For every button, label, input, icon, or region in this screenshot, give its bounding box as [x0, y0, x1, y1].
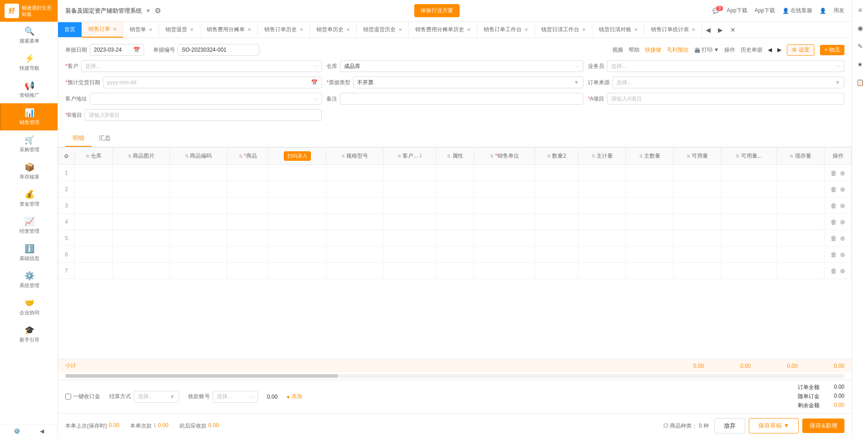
row-5-available[interactable] — [674, 230, 721, 246]
col-header-settings[interactable]: ⚙ — [58, 148, 75, 165]
row-4-delete-icon[interactable]: 🗑 — [830, 218, 837, 226]
row-1-delete-icon[interactable]: 🗑 — [830, 169, 837, 177]
sidebar-settings-icon[interactable]: ⚙️ — [14, 428, 20, 434]
sort-main-unit[interactable]: ⇅ — [592, 154, 595, 159]
customer-code-info-icon[interactable]: ℹ — [420, 153, 422, 159]
tab-close-stats[interactable]: ✕ — [692, 27, 695, 32]
address-dots[interactable]: ··· — [313, 96, 318, 102]
a-project-input[interactable]: 请输入A项目 — [607, 93, 844, 105]
table-view-icon[interactable]: ◀ — [768, 47, 772, 53]
tab-close-return[interactable]: ✕ — [190, 27, 194, 32]
sort-product-code[interactable]: ⇅ — [185, 154, 189, 159]
row-4-main-qty[interactable] — [626, 214, 674, 230]
row-2-product-name[interactable] — [227, 181, 268, 197]
delivery-date-input[interactable]: yyyy-mm-dd 📅 — [103, 77, 322, 88]
row-6-spec[interactable] — [326, 246, 383, 263]
row-2-product-image[interactable] — [113, 181, 170, 197]
account-dots[interactable]: ··· — [249, 394, 254, 400]
row-3-copy-icon[interactable]: ⊕ — [840, 202, 845, 209]
notification-icon[interactable]: 💬 9 — [713, 8, 719, 14]
row-7-product-name[interactable] — [227, 263, 268, 279]
row-1-available[interactable] — [674, 165, 721, 181]
operate-btn[interactable]: 操作 — [724, 46, 735, 54]
tab-expense[interactable]: 销售费用分摊单 ✕ — [200, 22, 258, 37]
b-project-input[interactable]: 请输入B项目 — [85, 109, 322, 121]
row-7-available2[interactable] — [721, 263, 776, 279]
row-2-attributes[interactable] — [436, 181, 474, 197]
warehouse-input[interactable]: 成品库 ··· — [340, 60, 583, 72]
row-7-sales-unit[interactable] — [474, 263, 535, 279]
row-3-available2[interactable] — [721, 197, 776, 214]
row-2-main-qty[interactable] — [626, 181, 674, 197]
row-7-attributes[interactable] — [436, 263, 474, 279]
sidebar-item-basic-info[interactable]: ℹ️ 基础信息 — [0, 239, 58, 266]
print-btn[interactable]: 🖨️ 打印 ▼ — [694, 46, 719, 54]
row-6-available[interactable] — [674, 246, 721, 263]
tab-reconcile[interactable]: 钱货日清对账 ✕ — [592, 22, 645, 37]
solution-button[interactable]: 体验行业方案 — [414, 4, 460, 17]
tab-daily-workbench[interactable]: 钱货日清工作台 ✕ — [535, 22, 592, 37]
row-7-quantity2[interactable] — [535, 263, 578, 279]
row-3-delete-icon[interactable]: 🗑 — [830, 202, 837, 209]
tab-nav-left[interactable]: ◀ — [702, 24, 714, 35]
row-3-spec[interactable] — [326, 197, 383, 214]
row-1-customer-code[interactable] — [383, 165, 436, 181]
row-4-quantity2[interactable] — [535, 214, 578, 230]
shortcut-btn[interactable]: 快捷键 — [645, 46, 661, 54]
sort-sales-unit[interactable]: ⇅ — [490, 154, 494, 159]
row-5-sales-unit[interactable] — [474, 230, 535, 246]
row-2-spec[interactable] — [326, 181, 383, 197]
row-2-warehouse[interactable] — [75, 181, 113, 197]
tab-detail[interactable]: 明细 — [65, 130, 92, 147]
row-6-delete-icon[interactable]: 🗑 — [830, 251, 837, 258]
row-1-product-code[interactable] — [170, 165, 227, 181]
row-3-product-code[interactable] — [170, 197, 227, 214]
row-3-current-stock[interactable] — [776, 197, 824, 214]
tab-home[interactable]: 首页 — [58, 22, 82, 37]
tab-close-sales-order[interactable]: ✕ — [113, 27, 116, 32]
row-1-copy-icon[interactable]: ⊕ — [840, 169, 845, 177]
date-input[interactable]: 2023-03-24 📅 — [90, 44, 144, 56]
row-1-quantity2[interactable] — [535, 165, 578, 181]
user-avatar[interactable]: 👤 — [820, 8, 826, 14]
row-2-available[interactable] — [674, 181, 721, 197]
sidebar-item-system[interactable]: ⚙️ 系统管理 — [0, 266, 58, 294]
row-6-quantity2[interactable] — [535, 246, 578, 263]
row-3-main-qty[interactable] — [626, 197, 674, 214]
one-click-deposit-checkbox[interactable] — [65, 394, 71, 399]
app-download-link[interactable]: App下载 — [727, 7, 747, 14]
row-4-product-image[interactable] — [113, 214, 170, 230]
row-3-main-unit[interactable] — [578, 197, 626, 214]
row-1-main-qty[interactable] — [626, 165, 674, 181]
row-5-attributes[interactable] — [436, 230, 474, 246]
row-6-current-stock[interactable] — [776, 246, 824, 263]
row-3-quantity2[interactable] — [535, 197, 578, 214]
row-2-available2[interactable] — [721, 181, 776, 197]
right-panel-btn-4[interactable]: ★ — [854, 58, 867, 71]
warehouse-dots[interactable]: ··· — [575, 63, 579, 69]
row-4-warehouse[interactable] — [75, 214, 113, 230]
right-panel-btn-2[interactable]: ◉ — [854, 22, 867, 34]
tab-order-history[interactable]: 销售订单历史 ✕ — [258, 22, 310, 37]
row-4-spec[interactable] — [326, 214, 383, 230]
row-7-main-qty[interactable] — [626, 263, 674, 279]
row-1-product-name[interactable] — [227, 165, 268, 181]
tab-close-expense[interactable]: ✕ — [247, 27, 251, 32]
row-3-warehouse[interactable] — [75, 197, 113, 214]
history-btn[interactable]: 历史单据 — [741, 46, 762, 54]
row-5-copy-icon[interactable]: ⊕ — [840, 235, 845, 242]
sort-main-qty[interactable]: ⇅ — [639, 154, 643, 159]
tab-close-reconcile[interactable]: ✕ — [634, 27, 638, 32]
tab-return[interactable]: 销货退货 ✕ — [159, 22, 200, 37]
row-5-product-code[interactable] — [170, 230, 227, 246]
add-link[interactable]: ● 添加 — [286, 393, 302, 400]
row-6-product-code[interactable] — [170, 246, 227, 263]
row-6-copy-icon[interactable]: ⊕ — [840, 251, 845, 258]
last-lower-info-icon[interactable]: ℹ — [154, 422, 156, 430]
tab-close-daily-workbench[interactable]: ✕ — [582, 27, 586, 32]
one-click-deposit-field[interactable]: 一键收订金 — [65, 393, 100, 400]
sidebar-item-purchase[interactable]: 🛒 采购管理 — [0, 130, 58, 158]
sort-current-stock[interactable]: ⇅ — [790, 154, 793, 159]
tab-close-workbench[interactable]: ✕ — [524, 27, 528, 32]
row-6-product-name[interactable] — [227, 246, 268, 263]
